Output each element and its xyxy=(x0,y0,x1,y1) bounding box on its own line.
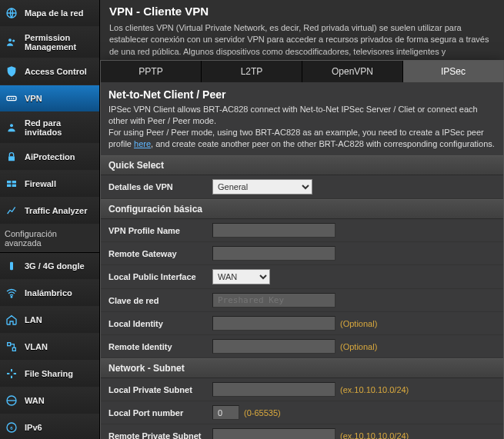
globe-icon xyxy=(5,394,18,407)
sidebar-item-vpn[interactable]: VPN xyxy=(0,85,99,112)
sidebar-item-label: IPv6 xyxy=(25,423,42,432)
user-group-icon xyxy=(5,35,18,49)
vpn-icon xyxy=(5,91,18,105)
sidebar-item-label: Firewall xyxy=(25,179,56,188)
globe-icon xyxy=(5,6,18,20)
svg-text:6: 6 xyxy=(10,426,13,431)
svg-rect-8 xyxy=(7,185,11,187)
input-remote-identity[interactable] xyxy=(212,339,335,354)
dongle-icon xyxy=(5,259,18,273)
select-vpn-details[interactable]: General xyxy=(212,179,312,195)
sidebar-item-vlan[interactable]: VLAN xyxy=(0,334,99,361)
sidebar-item-label: Mapa de la red xyxy=(25,8,83,18)
label-vpn-details: Detalles de VPN xyxy=(108,182,212,191)
input-profile-name[interactable] xyxy=(212,223,335,238)
hint-port-range: (0-65535) xyxy=(244,408,281,417)
label-local-public-interface: Local Public Interface xyxy=(108,272,212,281)
home-icon xyxy=(5,313,18,327)
wifi-icon xyxy=(5,286,18,300)
svg-point-2 xyxy=(12,39,15,42)
input-local-port[interactable] xyxy=(212,405,239,420)
ipv6-icon: 6 xyxy=(5,421,18,434)
panel-heading: Net-to-Net Client / Peer xyxy=(101,82,503,102)
sidebar-item-firewall[interactable]: Firewall xyxy=(0,171,99,198)
tab-openvpn[interactable]: OpenVPN xyxy=(302,61,403,82)
sidebar-item-label: LAN xyxy=(25,315,42,324)
sidebar-item-guest-network[interactable]: Red para invitados xyxy=(0,112,99,144)
svg-rect-7 xyxy=(12,181,16,183)
tab-ipsec[interactable]: IPSec xyxy=(403,61,503,82)
subhead-quick-select: Quick Select xyxy=(101,155,503,175)
page-title: VPN - Cliente VPN xyxy=(100,0,504,19)
vlan-icon xyxy=(5,340,18,354)
users-icon xyxy=(5,121,18,135)
sidebar-item-aiprotection[interactable]: AiProtection xyxy=(0,144,99,171)
svg-rect-6 xyxy=(7,181,11,183)
svg-rect-12 xyxy=(8,343,11,346)
input-local-identity[interactable] xyxy=(212,316,335,331)
label-profile-name: VPN Profile Name xyxy=(108,226,212,235)
vpn-type-tabs: PPTP L2TP OpenVPN IPSec xyxy=(101,61,503,82)
sidebar-item-label: Access Control xyxy=(25,67,87,76)
hint-optional: (Optional) xyxy=(340,342,377,351)
label-remote-gateway: Remote Gateway xyxy=(108,249,212,258)
hint-optional: (Optional) xyxy=(340,319,377,328)
sidebar-item-permission[interactable]: Permission Management xyxy=(0,27,99,58)
sidebar-item-3g4g[interactable]: 3G / 4G dongle xyxy=(0,253,99,280)
shield-check-icon xyxy=(5,65,18,78)
sidebar-item-access-control[interactable]: Access Control xyxy=(0,58,99,85)
main-content: VPN - Cliente VPN Los clientes VPN (Virt… xyxy=(100,0,504,439)
tab-pptp[interactable]: PPTP xyxy=(101,61,202,82)
sidebar-item-wan[interactable]: WAN xyxy=(0,387,99,414)
sidebar-item-label: File Sharing xyxy=(25,369,73,378)
subhead-basic: Configuración básica xyxy=(101,199,503,219)
hint-subnet-example: (ex.10.10.10.0/24) xyxy=(340,431,409,439)
subhead-network-subnet: Network - Subnet xyxy=(101,358,503,378)
sidebar-item-ipv6[interactable]: 6 IPv6 xyxy=(0,414,99,439)
panel-text: IPSec VPN Client allows BRT-AC828 connec… xyxy=(101,102,503,155)
lock-icon xyxy=(5,150,18,164)
here-link[interactable]: here xyxy=(134,139,151,148)
sidebar-item-filesharing[interactable]: File Sharing xyxy=(0,361,99,387)
input-local-private-subnet[interactable] xyxy=(212,382,335,397)
sidebar-item-label: Traffic Analyzer xyxy=(25,206,88,215)
label-local-private-subnet: Local Private Subnet xyxy=(108,385,212,394)
sidebar-item-wireless[interactable]: Inalámbrico xyxy=(0,280,99,307)
sidebar-item-label: AiProtection xyxy=(25,152,75,161)
sidebar-item-label: VLAN xyxy=(25,342,48,351)
label-preshared-key: Clave de red xyxy=(108,296,212,305)
svg-point-11 xyxy=(11,297,12,298)
svg-point-4 xyxy=(10,125,13,128)
svg-rect-5 xyxy=(8,157,15,161)
sidebar-item-label: WAN xyxy=(25,396,45,405)
sidebar-item-traffic-analyzer[interactable]: Traffic Analyzer xyxy=(0,198,99,224)
input-remote-private-subnet[interactable] xyxy=(212,428,335,439)
label-remote-private-subnet: Remote Private Subnet xyxy=(108,431,212,439)
select-local-public-interface[interactable]: WAN xyxy=(212,269,270,284)
input-preshared-key[interactable] xyxy=(212,293,335,308)
sidebar-item-label: VPN xyxy=(25,94,42,103)
label-remote-identity: Remote Identity xyxy=(108,342,212,351)
label-local-identity: Local Identity xyxy=(108,319,212,328)
sidebar-item-network-map[interactable]: Mapa de la red xyxy=(0,0,99,27)
sidebar-section-advanced: Configuración avanzada xyxy=(0,224,99,253)
ipsec-config-panel: PPTP L2TP OpenVPN IPSec Net-to-Net Clien… xyxy=(100,60,504,439)
label-local-port: Local Port number xyxy=(108,408,212,417)
sidebar: Mapa de la red Permission Management Acc… xyxy=(0,0,100,439)
tab-l2tp[interactable]: L2TP xyxy=(202,61,302,82)
sidebar-item-label: Permission Management xyxy=(25,33,95,52)
puzzle-icon xyxy=(5,367,18,381)
svg-point-1 xyxy=(8,38,12,42)
sidebar-item-lan[interactable]: LAN xyxy=(0,307,99,334)
input-remote-gateway[interactable] xyxy=(212,246,335,261)
sidebar-item-label: 3G / 4G dongle xyxy=(25,261,85,271)
sidebar-item-label: Red para invitados xyxy=(25,118,95,137)
analytics-icon xyxy=(5,204,18,218)
firewall-icon xyxy=(5,177,18,191)
svg-rect-9 xyxy=(12,185,16,187)
svg-rect-13 xyxy=(12,348,15,351)
sidebar-item-label: Inalámbrico xyxy=(25,288,72,298)
svg-rect-10 xyxy=(10,262,13,271)
hint-subnet-example: (ex.10.10.10.0/24) xyxy=(340,385,409,394)
